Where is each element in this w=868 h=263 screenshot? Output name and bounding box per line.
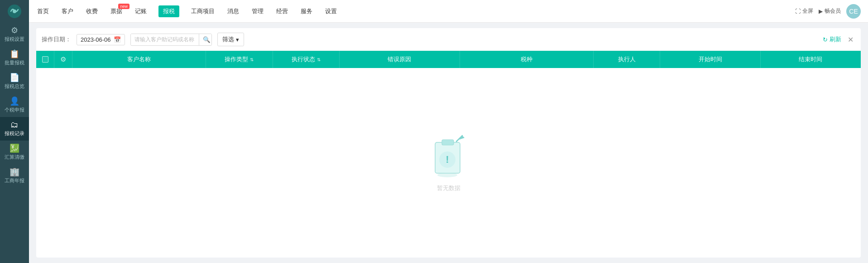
th-end-time: 结束时间 [761,51,861,68]
search-button[interactable]: 🔍 [199,34,212,45]
member-button[interactable]: ▶ 畅会员 [819,7,841,15]
annual-report-icon: 🏢 [10,168,19,176]
sidebar-item-label: 报税设置 [5,36,24,43]
nav-customer[interactable]: 客户 [61,5,74,17]
sidebar-item-label: 报税记录 [5,130,24,137]
search-box: 🔍 [130,34,212,46]
nav-management[interactable]: 管理 [251,5,264,17]
search-icon: 🔍 [203,36,211,43]
column-settings-icon[interactable]: ⚙ [60,55,66,63]
empty-state: ! 暂无数据 [410,115,487,210]
sidebar-item-baoshui-zonglam[interactable]: 📄 报税总览 [0,70,29,93]
th-operation-type[interactable]: 操作类型 ⇅ [206,51,273,68]
sidebar-item-gongshang-nianbao[interactable]: 🏢 工商年报 [0,164,29,188]
topnav-right: ⛶ 全屏 ▶ 畅会员 CE [795,4,861,19]
sidebar-item-baoshui-jilu[interactable]: 🗂 报税记录 [0,117,29,141]
refresh-label: 刷新 [830,35,841,44]
nav-tax[interactable]: 报税 [158,5,179,17]
fullscreen-label: 全屏 [802,7,813,15]
nav-industry[interactable]: 工商项目 [190,5,216,17]
sidebar-item-piliang-baoshui[interactable]: 📋 批量报税 [0,46,29,70]
personal-tax-icon: 👤 [10,97,19,105]
th-checkbox[interactable] [36,51,54,68]
main-container: 首页 客户 收费 票据 new 记账 报税 工商项目 消息 管理 经营 服务 设… [29,0,868,263]
th-exec-status[interactable]: 执行状态 ⇅ [273,51,340,68]
nav-services[interactable]: 服务 [300,5,313,17]
empty-illustration: ! [428,133,469,179]
svg-point-8 [437,173,457,177]
table-wrapper: 操作日期： 2023-06-06 📅 🔍 筛选 ▾ [36,28,861,258]
user-avatar[interactable]: CE [846,4,861,19]
filter-label: 筛选 [222,35,234,44]
calendar-icon: 📅 [114,36,121,43]
th-error-reason: 错误原因 [340,51,460,68]
sidebar-item-geshuishibao[interactable]: 👤 个税申报 [0,93,29,117]
empty-text: 暂无数据 [437,184,460,192]
member-label: 畅会员 [825,7,841,15]
date-picker[interactable]: 2023-06-06 📅 [77,34,125,45]
refresh-icon: ↻ [823,36,828,43]
svg-text:!: ! [446,154,449,165]
nav-accounts[interactable]: 记账 [134,5,148,17]
nav-invoice[interactable]: 票据 new [110,5,123,17]
nav-messages[interactable]: 消息 [226,5,240,17]
toolbar: 操作日期： 2023-06-06 📅 🔍 筛选 ▾ [36,28,861,51]
svg-rect-3 [442,140,454,145]
nav-receipts[interactable]: 收费 [85,5,99,17]
nav-settings[interactable]: 设置 [324,5,338,17]
chevron-down-icon: ▾ [236,36,239,43]
sidebar-item-label: 报税总览 [5,83,24,90]
play-icon: ▶ [819,8,823,15]
nav-operations[interactable]: 经营 [275,5,289,17]
sidebar-logo [0,0,29,23]
sidebar-item-label: 工商年报 [5,177,24,184]
settlement-icon: 💹 [10,144,19,152]
th-start-time: 开始时间 [660,51,760,68]
batch-tax-icon: 📋 [10,50,19,58]
th-tax-type: 税种 [460,51,594,68]
nav-invoice-badge: new [118,4,129,9]
toolbar-right: ↻ 刷新 ✕ [823,35,855,44]
date-label: 操作日期： [42,35,71,44]
th-client-name: 客户名称 [72,51,206,68]
close-button[interactable]: ✕ [846,35,855,44]
date-value: 2023-06-06 [81,36,111,43]
th-settings[interactable]: ⚙ [54,51,72,68]
tax-settings-icon: ⚙ [11,26,18,34]
filter-button[interactable]: 筛选 ▾ [217,33,244,46]
nav-home[interactable]: 首页 [36,5,50,17]
sidebar-item-baoshui-shezhi[interactable]: ⚙ 报税设置 [0,23,29,46]
refresh-button[interactable]: ↻ 刷新 [823,35,841,44]
sort-icon: ⇅ [250,57,254,62]
content-area: 操作日期： 2023-06-06 📅 🔍 筛选 ▾ [29,23,868,263]
fullscreen-icon: ⛶ [795,8,801,15]
sidebar-item-huisuan-jiaona[interactable]: 💹 汇算清缴 [0,141,29,164]
page-content: 操作日期： 2023-06-06 📅 🔍 筛选 ▾ [29,23,868,263]
select-all-checkbox[interactable] [42,56,48,63]
fullscreen-button[interactable]: ⛶ 全屏 [795,7,813,15]
tax-record-icon: 🗂 [10,121,19,129]
search-input[interactable] [131,34,199,45]
topnav: 首页 客户 收费 票据 new 记账 报税 工商项目 消息 管理 经营 服务 设… [29,0,868,23]
table-body: ! 暂无数据 [36,68,861,258]
svg-point-1 [13,10,16,13]
th-executor: 执行人 [594,51,661,68]
sidebar: ⚙ 报税设置 📋 批量报税 📄 报税总览 👤 个税申报 🗂 报税记录 💹 汇算清… [0,0,29,263]
table-header: ⚙ 客户名称 操作类型 ⇅ 执行状态 ⇅ 错误原因 [36,51,861,68]
sidebar-item-label: 汇算清缴 [5,154,24,161]
sidebar-item-label: 个税申报 [5,107,24,113]
sidebar-item-label: 批量报税 [5,59,24,66]
tax-overview-icon: 📄 [10,73,19,82]
sort-icon: ⇅ [317,57,321,62]
